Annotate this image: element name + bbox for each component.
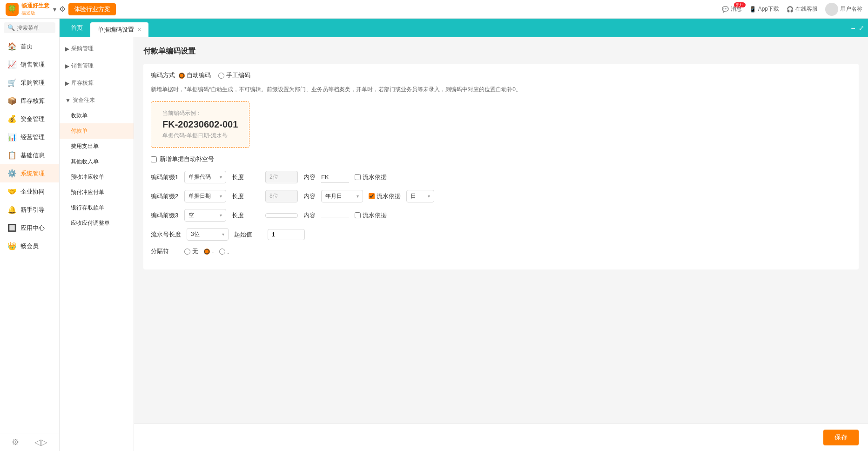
user-avatar: [825, 3, 838, 16]
online-service-item[interactable]: 🎧 在线客服: [787, 5, 818, 13]
prefix3-value-select[interactable]: 空 ▾: [184, 209, 226, 222]
sidebar-item-guide[interactable]: 🔔 新手引导: [0, 201, 59, 219]
sep-dot-radio[interactable]: [219, 249, 225, 255]
prefix2-serial-item[interactable]: 流水依据: [369, 192, 401, 201]
app-download-item[interactable]: 📱 App下载: [749, 5, 779, 13]
trial-btn[interactable]: 体验行业方案: [68, 3, 116, 15]
sales-icon: 📈: [7, 60, 17, 69]
sidebar-item-sales[interactable]: 📈 销售管理: [0, 55, 59, 74]
tab-bar: 首页 单据编码设置 × – ⤢: [60, 19, 868, 37]
guide-icon: 🔔: [7, 205, 17, 214]
sidebar-item-apps[interactable]: 🔲 应用中心: [0, 219, 59, 237]
app-logo: 🍀: [6, 3, 19, 16]
management-icon: 📊: [7, 133, 17, 141]
prefix2-serial-checkbox[interactable]: [369, 193, 375, 199]
sidebar-item-label: 应用中心: [20, 224, 45, 232]
nav-items: 🏠 首页 📈 销售管理 🛒 采购管理 📦 库存核算 💰 资金管理 📊 经营管理 …: [0, 37, 59, 433]
prefix3-serial-checkbox[interactable]: [355, 212, 361, 218]
prefix2-length-label: 长度: [232, 192, 260, 201]
start-value-input[interactable]: [268, 229, 305, 240]
sep-dot-option[interactable]: .: [219, 248, 229, 255]
sidebar: 🍀 畅通好生意 描述版 🔍 🏠 首页 📈 销售管理 🛒 采购管理 📦 库存核算: [0, 0, 60, 451]
dropdown-arrow-icon: ▾: [222, 232, 224, 237]
sidebar-item-label: 经营管理: [20, 133, 45, 141]
tab-close-btn[interactable]: ×: [138, 27, 141, 33]
sep-none-radio[interactable]: [184, 249, 190, 255]
app-name: 畅通好生意 描述版: [21, 2, 49, 16]
submenu-item-receipt[interactable]: 收款单: [60, 108, 134, 123]
settings-btn[interactable]: ⚙: [59, 5, 66, 13]
tab-home[interactable]: 首页: [63, 19, 90, 37]
prefix1-length-value: 2位: [265, 171, 298, 183]
sidebar-collapse-btn[interactable]: ◁▷: [34, 437, 47, 447]
top-bar-controls: ▾ ⚙ 体验行业方案: [53, 3, 116, 15]
prefix2-content-label: 内容: [303, 192, 316, 201]
sep-dash-option[interactable]: -: [204, 248, 214, 255]
user-info[interactable]: 用户名称: [825, 3, 862, 16]
prefix1-serial-item[interactable]: 流水依据: [355, 173, 387, 182]
encoding-radio-group: 自动编码 手工编码: [179, 71, 250, 80]
maximize-btn[interactable]: ⤢: [859, 24, 864, 32]
minimize-btn[interactable]: –: [851, 24, 855, 32]
submenu-item-advance-offset[interactable]: 预付冲应付单: [60, 185, 134, 200]
home-icon: 🏠: [7, 42, 17, 51]
tab-encoding-settings[interactable]: 单据编码设置 ×: [90, 22, 148, 37]
submenu-group-funds-title[interactable]: ▼ 资金往来: [60, 93, 134, 108]
submenu-item-expense[interactable]: 费用支出单: [60, 139, 134, 154]
sidebar-item-member[interactable]: 👑 畅会员: [0, 237, 59, 255]
submenu-group-sales-title[interactable]: ▶ 销售管理: [60, 58, 134, 74]
manual-encode-radio[interactable]: [218, 73, 224, 79]
system-icon: ⚙️: [7, 169, 17, 178]
sidebar-item-inventory[interactable]: 📦 库存核算: [0, 92, 59, 110]
submenu-item-other-income[interactable]: 其他收入单: [60, 154, 134, 169]
submenu-group-funds: ▼ 资金往来 收款单 付款单 费用支出单 其他收入单 预收冲应收单: [60, 93, 134, 231]
submenu-group-inventory-title[interactable]: ▶ 库存核算: [60, 75, 134, 91]
top-bar-left: 🍀 畅通好生意 描述版 ▾ ⚙ 体验行业方案: [6, 2, 116, 16]
encoding-settings-card: 编码方式 自动编码 手工编码: [143, 64, 859, 269]
prefix1-value-select[interactable]: 单据代码 ▾: [184, 171, 226, 183]
submenu-item-payment[interactable]: 付款单: [60, 123, 134, 139]
sidebar-item-label: 畅会员: [20, 242, 39, 250]
sidebar-item-enterprise[interactable]: 🤝 企业协同: [0, 182, 59, 201]
sidebar-item-home[interactable]: 🏠 首页: [0, 37, 59, 55]
sep-none-option[interactable]: 无: [184, 247, 198, 256]
search-input[interactable]: [17, 25, 52, 31]
sidebar-item-finance[interactable]: 💰 资金管理: [0, 110, 59, 128]
code-example-label: 当前编码示例：: [162, 109, 238, 117]
sidebar-item-management[interactable]: 📊 经营管理: [0, 128, 59, 146]
auto-encode-radio[interactable]: [179, 73, 185, 79]
prefix3-length-value[interactable]: [265, 213, 298, 218]
submenu-item-bank[interactable]: 银行存取款单: [60, 200, 134, 215]
prefix1-label: 编码前缀1: [151, 173, 179, 182]
message-item[interactable]: 💬 消息 99+: [722, 5, 742, 13]
sidebar-item-basic[interactable]: 📋 基础信息: [0, 146, 59, 164]
submenu-item-adjustment[interactable]: 应收应付调整单: [60, 215, 134, 231]
prefix3-content-value: [321, 213, 349, 217]
submenu-group-sales: ▶ 销售管理: [60, 58, 134, 74]
auto-encode-option[interactable]: 自动编码: [179, 71, 211, 80]
auto-fill-checkbox[interactable]: [151, 156, 157, 162]
encoding-method-label: 编码方式: [151, 71, 175, 80]
inventory-icon: 📦: [7, 96, 17, 105]
sidebar-item-system[interactable]: ⚙️ 系统管理: [0, 164, 59, 182]
sidebar-item-label: 系统管理: [20, 169, 45, 178]
sep-dash-radio[interactable]: [204, 249, 210, 255]
save-button[interactable]: 保存: [823, 430, 859, 445]
prefix2-day-select[interactable]: 日 ▾: [406, 190, 434, 202]
serial-length-select[interactable]: 3位 ▾: [187, 228, 229, 241]
main-panel-wrapper: 付款单编码设置 编码方式 自动编码 手工编码: [134, 37, 868, 451]
dropdown-arrow-btn[interactable]: ▾: [53, 6, 56, 13]
submenu-item-prepayment-offset[interactable]: 预收冲应收单: [60, 169, 134, 185]
sidebar-settings-btn[interactable]: ⚙: [12, 437, 19, 447]
prefix2-value-select[interactable]: 单据日期 ▾: [184, 190, 226, 202]
manual-encode-option[interactable]: 手工编码: [218, 71, 250, 80]
sidebar-item-purchase[interactable]: 🛒 采购管理: [0, 74, 59, 92]
prefix3-serial-item[interactable]: 流水依据: [355, 211, 387, 220]
submenu-group-purchase-title[interactable]: ▶ 采购管理: [60, 41, 134, 56]
sidebar-item-label: 新手引导: [20, 206, 45, 214]
service-icon: 🎧: [787, 6, 794, 13]
tab-bar-right: – ⤢: [851, 24, 864, 32]
prefix2-content-select[interactable]: 年月日 ▾: [321, 190, 363, 202]
prefix1-serial-checkbox[interactable]: [355, 174, 361, 180]
prefix1-row: 编码前缀1 单据代码 ▾ 长度 2位 内容 FK: [151, 171, 851, 183]
